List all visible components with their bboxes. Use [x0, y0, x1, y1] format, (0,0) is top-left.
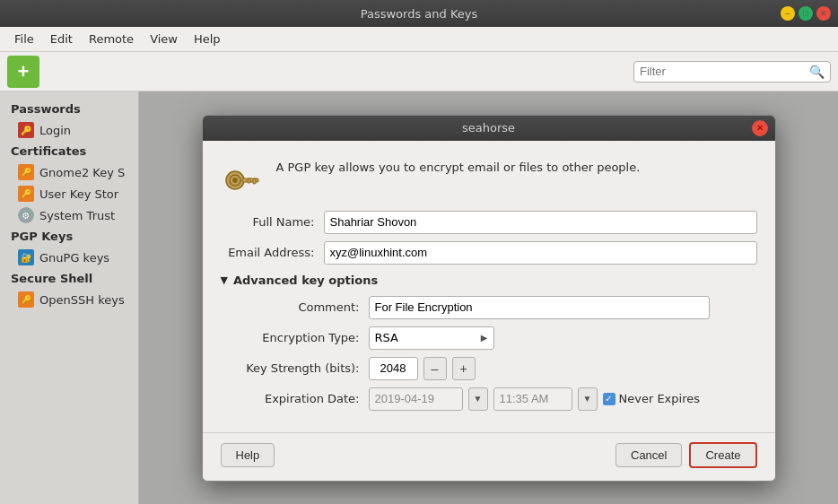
email-label: Email Address:	[221, 246, 324, 259]
pgp-key-icon	[221, 155, 264, 198]
userkey-label: User Key Stor	[39, 187, 118, 201]
sidebar-item-userkey[interactable]: 🔑 User Key Stor	[0, 183, 138, 204]
userkey-icon: 🔑	[18, 186, 34, 202]
dialog-title-bar: seahorse ✕	[203, 116, 775, 141]
key-strength-row: Key Strength (bits): – +	[221, 357, 757, 380]
toolbar: + 🔍	[0, 52, 838, 91]
expiration-date-input[interactable]	[369, 387, 463, 411]
gnome2-label: Gnome2 Key S	[39, 166, 125, 179]
trust-icon: ⚙	[18, 207, 34, 223]
sidebar-section-certificates: Certificates	[0, 141, 138, 161]
never-expires-label: Never Expires	[619, 392, 701, 405]
dialog-title: seahorse	[462, 121, 515, 135]
advanced-section-label: Advanced key options	[233, 274, 378, 287]
sidebar-section-ssh: Secure Shell	[0, 268, 138, 289]
full-name-input[interactable]	[324, 211, 757, 234]
filter-input[interactable]	[640, 65, 809, 78]
sidebar-item-gnome2[interactable]: 🔑 Gnome2 Key S	[0, 161, 138, 183]
menu-help[interactable]: Help	[187, 30, 228, 48]
comment-input[interactable]	[369, 296, 710, 319]
close-button[interactable]: ✕	[816, 6, 831, 21]
maximize-button[interactable]: □	[799, 6, 813, 21]
cancel-button[interactable]: Cancel	[615, 443, 682, 467]
login-label: Login	[39, 124, 71, 137]
expiration-time-input[interactable]	[493, 387, 572, 411]
window-title: Passwords and Keys	[361, 7, 478, 21]
svg-point-5	[232, 178, 238, 183]
main-window: Passwords and Keys – □ ✕ File Edit Remot…	[0, 0, 838, 504]
seahorse-dialog: seahorse ✕	[202, 115, 776, 482]
gnupg-icon: 🔐	[18, 249, 34, 265]
expiry-controls: ▼ ▼ ✓ Never Expires	[369, 387, 701, 411]
help-button[interactable]: Help	[221, 443, 275, 467]
key-strength-label: Key Strength (bits):	[239, 361, 369, 375]
filter-box: 🔍	[633, 61, 831, 83]
search-icon: 🔍	[809, 65, 825, 79]
sidebar-item-trust[interactable]: ⚙ System Trust	[0, 204, 138, 226]
svg-rect-3	[253, 178, 256, 184]
expiration-time-dropdown-button[interactable]: ▼	[578, 387, 598, 411]
title-bar: Passwords and Keys – □ ✕	[0, 0, 838, 27]
openssh-label: OpenSSH keys	[39, 293, 125, 307]
menu-remote[interactable]: Remote	[82, 30, 141, 48]
window-controls: – □ ✕	[781, 6, 831, 21]
dialog-footer: Help Cancel Create	[203, 432, 775, 481]
dialog-overlay: seahorse ✕	[139, 91, 838, 504]
gnome2-icon: 🔑	[18, 164, 34, 180]
strength-decrease-button[interactable]: –	[423, 357, 447, 380]
key-strength-controls: – +	[369, 357, 476, 380]
encryption-type-label: Encryption Type:	[239, 331, 369, 344]
advanced-section-header[interactable]: ▼ Advanced key options	[221, 274, 757, 287]
sidebar-item-gnupg[interactable]: 🔐 GnuPG keys	[0, 247, 138, 268]
strength-increase-button[interactable]: +	[452, 357, 476, 380]
encryption-type-value: RSA	[375, 331, 481, 344]
content-area: Passwords 🔑 Login Certificates 🔑 Gnome2 …	[0, 91, 838, 504]
dialog-body: A PGP key allows you to encrypt email or…	[203, 141, 775, 432]
main-panel: seahorse ✕	[139, 91, 838, 504]
advanced-arrow-icon: ▼	[221, 274, 228, 286]
create-button[interactable]: Create	[689, 442, 756, 468]
add-button[interactable]: +	[7, 56, 39, 88]
menu-view[interactable]: View	[143, 30, 185, 48]
key-strength-input[interactable]	[369, 357, 418, 380]
never-expires-container: ✓ Never Expires	[603, 392, 701, 405]
menu-bar: File Edit Remote View Help	[0, 27, 838, 52]
sidebar-section-pgp: PGP Keys	[0, 226, 138, 247]
encryption-type-select[interactable]: RSA ▶	[369, 326, 494, 350]
email-input[interactable]	[324, 241, 757, 265]
email-row: Email Address:	[221, 241, 757, 265]
login-icon: 🔑	[18, 122, 34, 138]
comment-label: Comment:	[239, 300, 369, 314]
gnupg-label: GnuPG keys	[39, 251, 109, 265]
sidebar: Passwords 🔑 Login Certificates 🔑 Gnome2 …	[0, 91, 139, 504]
full-name-label: Full Name:	[221, 215, 324, 229]
openssh-icon: 🔑	[18, 291, 34, 308]
minimize-button[interactable]: –	[781, 6, 795, 21]
comment-row: Comment:	[221, 296, 757, 319]
expiration-label: Expiration Date:	[239, 392, 369, 405]
expiration-row: Expiration Date: ▼ ▼ ✓ Never Expires	[221, 387, 757, 411]
never-expires-checkbox[interactable]: ✓	[603, 393, 615, 405]
svg-rect-4	[248, 178, 250, 183]
menu-file[interactable]: File	[7, 30, 41, 48]
sidebar-item-login[interactable]: 🔑 Login	[0, 119, 138, 141]
dialog-info: A PGP key allows you to encrypt email or…	[221, 155, 757, 198]
sidebar-item-openssh[interactable]: 🔑 OpenSSH keys	[0, 289, 138, 310]
full-name-row: Full Name:	[221, 211, 757, 234]
encryption-type-row: Encryption Type: RSA ▶	[221, 326, 757, 350]
dialog-info-text: A PGP key allows you to encrypt email or…	[276, 155, 641, 174]
trust-label: System Trust	[39, 209, 115, 222]
sidebar-section-passwords: Passwords	[0, 99, 138, 119]
expiration-date-dropdown-button[interactable]: ▼	[468, 387, 488, 411]
dialog-close-button[interactable]: ✕	[752, 120, 768, 136]
menu-edit[interactable]: Edit	[43, 30, 80, 48]
encryption-type-arrow-icon: ▶	[481, 333, 488, 343]
